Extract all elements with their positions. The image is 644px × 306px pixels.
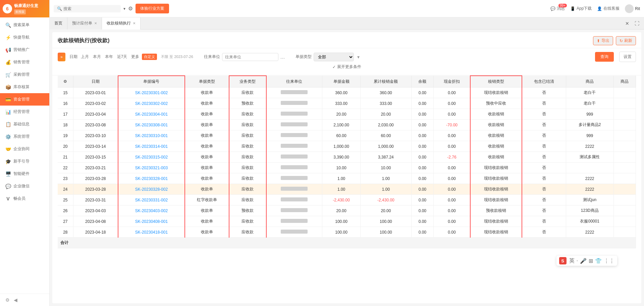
filter-expand-more[interactable]: ✓ 展开更多条件 (58, 62, 636, 72)
gear-icon[interactable]: ⚙ (128, 5, 133, 12)
maximize-icon[interactable]: ⛶ (633, 20, 641, 27)
dropdown-icon[interactable]: ▾ (123, 6, 125, 11)
cell-partner (266, 98, 322, 109)
doc-no-link[interactable]: SK-20230328-002 (135, 187, 168, 192)
topnav-search-box[interactable]: 🔍 (54, 5, 121, 12)
filter-date-last-month[interactable]: 上月 (79, 53, 90, 60)
cell-date: 2023-03-04 (73, 109, 118, 120)
tab-prepayment[interactable]: 预计应付单 ✕ (67, 17, 102, 29)
filter-date-7days[interactable]: 近7天 (116, 53, 129, 60)
cell-doc-amount: 1.00 (322, 184, 361, 195)
operations-icon: 📊 (5, 109, 11, 115)
cell-cash-discount: -70.00 (433, 120, 470, 130)
app-download-button[interactable]: 📱 App下载 (570, 6, 592, 11)
tab-close-collection[interactable]: ✕ (133, 21, 136, 25)
cell-cum-amount: 100.00 (361, 216, 412, 227)
filter-partner-item: 往来单位 ... (204, 53, 285, 61)
cell-write-off-type: 现结收款核销 (470, 173, 522, 184)
cell-balance: 0.00 (411, 205, 433, 216)
cell-date: 2023-03-10 (73, 130, 118, 141)
doc-no-link[interactable]: SK-20230304-001 (135, 112, 168, 117)
doc-no-link[interactable]: SK-20230302-002 (135, 101, 168, 106)
partner-input[interactable] (222, 53, 278, 61)
close-window-icon[interactable]: ✕ (623, 20, 631, 27)
cell-partner (266, 87, 322, 98)
cell-biz-type: 应收款 (229, 195, 266, 205)
cell-balance: 0.00 (411, 152, 433, 163)
sidebar-item-operations[interactable]: 📊 经营管理 (0, 106, 49, 118)
sidebar-item-inventory[interactable]: 📦 库存核算 (0, 81, 49, 93)
doc-no-link[interactable]: SK-20230328-001 (135, 176, 168, 181)
doctype-dropdown-icon[interactable]: ▾ (357, 54, 360, 60)
sidebar-item-hardware[interactable]: 🖥️ 智能硬件 (0, 168, 49, 180)
sidebar-item-search-menu[interactable]: 🔍 搜索菜单 (0, 19, 49, 31)
avatar (625, 4, 634, 13)
settings-icon[interactable]: ⚙ (5, 297, 10, 303)
doc-no-link[interactable]: SK-20230331-002 (135, 198, 168, 202)
filter-date-this-month[interactable]: 本月 (92, 53, 102, 60)
service-button[interactable]: 👤 在线客服 (597, 6, 620, 11)
sidebar-item-wechat[interactable]: 💬 企业微信 (0, 180, 49, 192)
partner-more-icon[interactable]: ... (280, 54, 285, 60)
tab-collection-exec[interactable]: 收款核销执行 ✕ (102, 17, 141, 29)
filter-date-custom-button[interactable]: 自定义 (142, 54, 157, 60)
user-avatar[interactable]: Rit (625, 4, 640, 13)
query-button[interactable]: 查询 (595, 52, 614, 62)
cell-include-settled: 否 (522, 109, 566, 120)
cell-balance: 0.00 (411, 141, 433, 152)
sidebar-item-sales[interactable]: 💰 销售管理 (0, 56, 49, 68)
export-button[interactable]: ⬆ 导出 (593, 36, 613, 45)
cell-product2 (613, 141, 636, 152)
watermark-text-icon: 英 (569, 257, 575, 264)
sidebar-item-member[interactable]: V 畅会员 (0, 192, 49, 205)
cell-seq: 21 (58, 152, 73, 163)
solution-button[interactable]: 体验行业方案 (136, 4, 169, 13)
sidebar-item-marketing[interactable]: 📢 营销推广 (0, 44, 49, 56)
tab-home[interactable]: 首页 (50, 17, 67, 29)
cell-date: 2023-03-08 (73, 120, 118, 130)
cell-cash-discount: 0.00 (433, 130, 470, 141)
sidebar-item-beginner[interactable]: 🎓 新手引导 (0, 155, 49, 168)
doc-no-link[interactable]: SK-20230418-001 (135, 230, 168, 235)
tab-close-prepayment[interactable]: ✕ (94, 21, 97, 25)
sidebar-item-purchase[interactable]: 🛒 采购管理 (0, 68, 49, 81)
filter-date-this-year[interactable]: 本年 (104, 53, 114, 60)
doc-no-link[interactable]: SK-20230408-001 (135, 219, 168, 224)
cell-product: 老白干 (566, 98, 613, 109)
filter-doctype-item: 单据类型 全部 收款单 红字收款单 ▾ (296, 53, 360, 61)
cell-biz-type: 应收款 (229, 184, 266, 195)
filter-bar: » 日期 上月 本月 本年 近7天 更多 自定义 不限 至 2023-07-26… (52, 48, 641, 75)
cell-biz-type: 应收款 (229, 216, 266, 227)
doc-no-link[interactable]: SK-20230315-002 (135, 155, 168, 160)
sidebar-item-system[interactable]: ⚙️ 系统管理 (0, 130, 49, 143)
collapse-icon[interactable]: ◀ (14, 297, 17, 303)
main-area: 🔍 ▾ ⚙ 体验行业方案 💬 消息 99+ 📱 App下载 👤 在线客服 Rit (50, 0, 644, 306)
cell-partner (266, 195, 322, 205)
settings-button[interactable]: 设置 (619, 52, 636, 62)
cell-cash-discount: 0.00 (433, 109, 470, 120)
search-input[interactable] (63, 6, 110, 11)
cell-cash-discount: 0.00 (433, 87, 470, 98)
cell-product2 (613, 216, 636, 227)
sidebar-item-enterprise[interactable]: 🤝 企业协同 (0, 143, 49, 155)
watermark-apps-icon: ⋮⋮ (604, 258, 614, 264)
doc-no-link[interactable]: SK-20230314-001 (135, 144, 168, 149)
doc-no-link[interactable]: SK-20230403-002 (135, 208, 168, 213)
doc-no-link[interactable]: SK-20230310-001 (135, 133, 168, 138)
doc-no-link[interactable]: SK-20230321-003 (135, 166, 168, 170)
doc-no-link[interactable]: SK-20230308-001 (135, 123, 168, 127)
filter-date-range: 不限 至 2023-07-26 (161, 54, 193, 59)
sidebar-item-base-info[interactable]: 📋 基础信息 (0, 118, 49, 130)
col-header-gear[interactable]: ⚙ (58, 76, 73, 87)
doc-type-select[interactable]: 全部 收款单 红字收款单 (314, 53, 354, 61)
sidebar-item-finance[interactable]: 💳 资金管理 (0, 93, 49, 106)
messages-button[interactable]: 💬 消息 99+ (550, 6, 565, 11)
sidebar-item-quick-nav[interactable]: ⚡ 快捷导航 (0, 31, 49, 44)
cell-doc-type: 收款单 (185, 152, 229, 163)
doc-no-link[interactable]: SK-20230301-002 (135, 90, 168, 95)
filter-date-more[interactable]: 更多 (130, 53, 141, 60)
cell-biz-type: 应收款 (229, 163, 266, 173)
page-content: 收款核销执行(按收款) ⬆ 导出 ↻ 刷新 » 日期 上月 (52, 32, 641, 303)
refresh-button[interactable]: ↻ 刷新 (616, 36, 636, 45)
filter-expand-button[interactable]: » (58, 53, 65, 61)
